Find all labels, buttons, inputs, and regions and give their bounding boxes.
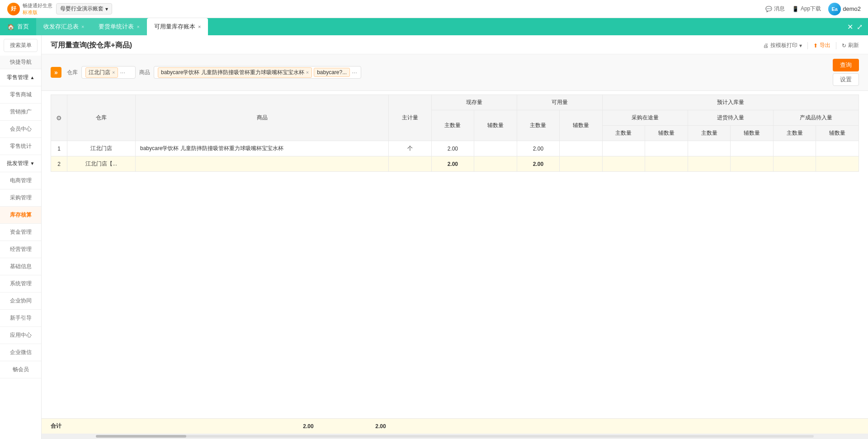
sidebar-item-member[interactable]: 会员中心 xyxy=(0,121,41,138)
remove-product1-icon[interactable]: × xyxy=(306,70,309,75)
divider xyxy=(807,42,808,49)
sidebar-item-system[interactable]: 系统管理 xyxy=(0,275,41,293)
sidebar-item-basic-info[interactable]: 基础信息 xyxy=(0,258,41,275)
cell-pendingprod-aux xyxy=(816,156,859,172)
cell-purchase-aux xyxy=(645,141,688,156)
top-bar-right: 💬 消息 📱 App下载 Ea demo2 xyxy=(765,3,861,15)
app-download-action[interactable]: 📱 App下载 xyxy=(792,5,821,13)
cell-mainunit: 个 xyxy=(389,141,432,156)
top-bar-left: 好 畅捷通好生意 标准版 母婴行业演示账套 ▾ xyxy=(7,2,112,15)
sidebar: 搜索菜单 快捷导航 零售管理 ▲ 零售商城 营销推广 会员中心 零售统计 批发管… xyxy=(0,35,42,439)
tab-inventory[interactable]: 可用量库存账本 × xyxy=(147,18,208,35)
settings-button[interactable]: 设置 xyxy=(833,73,859,86)
cell-warehouse: 江北门店 xyxy=(67,141,136,156)
sidebar-item-inventory-check[interactable]: 库存核算 xyxy=(0,207,41,224)
expand-icon[interactable]: ⤢ xyxy=(857,23,863,31)
sidebar-item-finance[interactable]: 资金管理 xyxy=(0,224,41,241)
table-row: 2 江北门店【... 2.00 2.00 xyxy=(51,156,859,172)
print-icon: 🖨 xyxy=(763,42,769,49)
filter-group: 仓库 江北门店 × ··· 商品 babycare学饮杯 儿童防摔防撞吸管杯重力… xyxy=(67,66,827,79)
scrollbar-thumb[interactable] xyxy=(96,435,186,438)
sidebar-item-retail-store[interactable]: 零售商城 xyxy=(0,86,41,104)
filter-bar: » 仓库 江北门店 × ··· 商品 babycare学饮杯 儿童防摔防撞吸管杯… xyxy=(42,54,868,91)
col-pendingreceipt-main: 主数量 xyxy=(688,126,731,141)
sidebar-item-enterprise-collab[interactable]: 企业协同 xyxy=(0,293,41,310)
product-label: 商品 xyxy=(139,69,150,76)
cell-pendingprod-main xyxy=(773,141,816,156)
cell-current-aux xyxy=(474,141,517,156)
close-icon[interactable]: × xyxy=(137,24,139,29)
logo-icon: 好 xyxy=(7,3,20,15)
col-pending-prod-header: 产成品待入量 xyxy=(773,110,859,126)
cell-current-aux xyxy=(474,156,517,172)
close-all-icon[interactable]: ✕ xyxy=(847,23,853,31)
user-area[interactable]: Ea demo2 xyxy=(828,3,861,15)
bottom-scrollbar xyxy=(42,434,868,439)
col-current-aux: 辅数量 xyxy=(474,110,517,141)
content-area: 可用量查询(按仓库+商品) 🖨 按模板打印 ▾ ⬆ 导出 ↻ 刷新 xyxy=(42,35,868,439)
col-current-main: 主数量 xyxy=(431,110,474,141)
col-pending-receipt-header: 进货待入量 xyxy=(688,110,773,126)
close-icon[interactable]: × xyxy=(198,24,201,29)
tab-home[interactable]: 🏠 首页 xyxy=(0,18,36,35)
col-pendingreceipt-aux: 辅数量 xyxy=(731,126,774,141)
warehouse-tag: 江北门店 × xyxy=(85,67,118,78)
tab-receive[interactable]: 收发存汇总表 × xyxy=(36,18,91,35)
product-input[interactable]: babycare学饮杯 儿童防摔防撞吸管杯重力球吸嘴杯宝宝水杯 × babyca… xyxy=(154,66,361,79)
table-container: ⚙ 仓库 商品 主计量 现存量 可用量 预计入库量 主数量 辅数量 主数量 辅数… xyxy=(42,91,868,418)
export-button[interactable]: ⬆ 导出 xyxy=(813,42,830,49)
sidebar-item-app-center[interactable]: 应用中心 xyxy=(0,327,41,344)
page-header: 可用量查询(按仓库+商品) 🖨 按模板打印 ▾ ⬆ 导出 ↻ 刷新 xyxy=(42,35,868,54)
sidebar-item-marketing[interactable]: 营销推广 xyxy=(0,104,41,121)
col-purchase-transit-header: 采购在途量 xyxy=(602,110,688,126)
col-purchase-aux: 辅数量 xyxy=(645,126,688,141)
sidebar-item-enterprise-wechat[interactable]: 企业微信 xyxy=(0,344,41,361)
cell-rownum: 1 xyxy=(51,141,67,156)
cell-pendingreceipt-main xyxy=(688,141,731,156)
sidebar-item-purchase[interactable]: 采购管理 xyxy=(0,189,41,207)
sidebar-item-operations[interactable]: 经营管理 xyxy=(0,241,41,258)
chevron-up-icon: ▲ xyxy=(30,75,35,80)
tenant-selector[interactable]: 母婴行业演示账套 ▾ xyxy=(56,3,112,14)
footer-available-main: 2.00 xyxy=(363,423,399,430)
sidebar-item-wholesale-mgmt[interactable]: 批发管理 ▼ xyxy=(0,155,41,172)
col-purchase-main: 主数量 xyxy=(602,126,645,141)
cell-mainunit xyxy=(389,156,432,172)
column-settings-icon[interactable]: ⚙ xyxy=(56,114,62,122)
main-layout: 搜索菜单 快捷导航 零售管理 ▲ 零售商城 营销推广 会员中心 零售统计 批发管… xyxy=(0,35,868,439)
query-button[interactable]: 查询 xyxy=(833,59,859,71)
remove-warehouse-icon[interactable]: × xyxy=(112,70,115,75)
filter-expand-button[interactable]: » xyxy=(51,67,61,78)
tab-order[interactable]: 要货单统计表 × xyxy=(91,18,146,35)
quick-nav-button[interactable]: 快捷导航 xyxy=(0,56,41,69)
warehouse-input[interactable]: 江北门店 × ··· xyxy=(81,66,136,79)
col-available-aux: 辅数量 xyxy=(560,110,603,141)
col-pendingprod-aux: 辅数量 xyxy=(816,126,859,141)
col-settings: ⚙ xyxy=(51,95,67,141)
search-menu-button[interactable]: 搜索菜单 xyxy=(4,39,38,52)
divider xyxy=(836,42,836,49)
sidebar-item-ecommerce[interactable]: 电商管理 xyxy=(0,172,41,189)
close-icon[interactable]: × xyxy=(81,24,84,29)
cell-pendingreceipt-aux xyxy=(731,141,774,156)
scrollbar-track xyxy=(96,435,814,438)
print-button[interactable]: 🖨 按模板打印 ▾ xyxy=(763,42,802,49)
message-icon: 💬 xyxy=(765,6,772,12)
cell-current-main: 2.00 xyxy=(431,156,474,172)
col-product-header: 商品 xyxy=(135,95,388,141)
warehouse-label: 仓库 xyxy=(67,69,78,76)
cell-available-main: 2.00 xyxy=(517,156,560,172)
footer-current-main: 2.00 xyxy=(290,423,326,430)
col-warehouse-header: 仓库 xyxy=(67,95,136,141)
message-action[interactable]: 💬 消息 xyxy=(765,5,785,13)
more-icon[interactable]: ··· xyxy=(120,69,125,76)
tab-bar-end: ✕ ⤢ xyxy=(847,23,868,31)
sidebar-item-retail-mgmt[interactable]: 零售管理 ▲ xyxy=(0,69,41,86)
refresh-button[interactable]: ↻ 刷新 xyxy=(842,42,859,49)
more-icon[interactable]: ··· xyxy=(352,69,357,76)
refresh-icon: ↻ xyxy=(842,42,846,49)
sidebar-item-member2[interactable]: 畅会员 xyxy=(0,361,41,378)
app-icon: 📱 xyxy=(792,6,799,12)
sidebar-item-retail-stats[interactable]: 零售统计 xyxy=(0,138,41,155)
sidebar-item-new-guide[interactable]: 新手引导 xyxy=(0,310,41,327)
